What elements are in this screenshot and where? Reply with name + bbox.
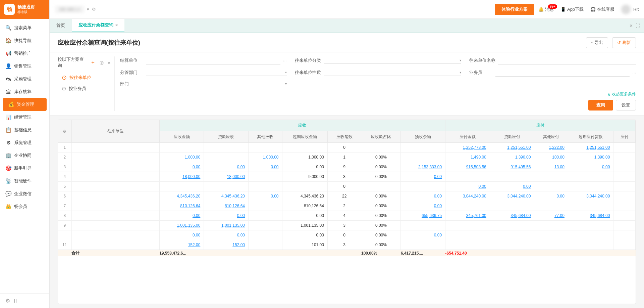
footer-ar-prepay[interactable]: 6,417,215.... [401,250,445,256]
table-cell[interactable]: 0.00 [490,182,534,191]
table-cell[interactable]: 810,126.64 [159,201,204,211]
unit-name-input[interactable] [498,56,636,64]
sidebar-item-hardware[interactable]: 📡 智能硬件 [0,175,49,187]
user-menu[interactable]: Rit [621,5,639,14]
filter-option-by-unit[interactable]: ⊙ 按往来单位 [62,73,110,83]
tab-ar-query[interactable]: 应收应付余额查询 × [72,19,124,32]
sidebar-item-operation[interactable]: 📊 经营管理 [0,111,49,124]
table-cell[interactable]: 1,252,773.00 [445,143,490,152]
solution-button[interactable]: 体验行业方案 [495,4,534,15]
settings-button[interactable]: 设置 [616,100,636,111]
tab-close-icon[interactable]: × [115,23,118,28]
sidebar-item-member[interactable]: 👑 畅会员 [0,200,49,213]
unit-nature-select[interactable]: ▾ [324,69,462,76]
sidebar-item-purchase[interactable]: 🛍 采购管理 [0,73,49,85]
filter-scheme-icon[interactable]: ◎ [100,60,104,65]
table-cell[interactable]: 13.00 [534,162,568,172]
message-button[interactable]: 🔔 消息 99+ [538,6,554,12]
filter-option-by-salesman[interactable]: ⊙ 按业务员 [62,84,110,93]
sidebar-item-warehouse[interactable]: 🏛 库存核算 [0,85,49,98]
sidebar-item-guide[interactable]: 🎯 新手引导 [0,162,49,175]
table-cell[interactable]: 0.00 [534,191,568,201]
table-cell[interactable]: 0.00 [159,162,204,172]
table-cell[interactable]: 1,000.00 [249,152,282,162]
table-cell[interactable]: 1,251,551.00 [490,143,534,152]
table-cell[interactable]: 1,001,135.00 [204,221,249,230]
table-container[interactable]: ⚙ 往来单位 应收 应付 应收金额 贷款应收 其他应收 超期应收金额 应收笔数 [58,120,636,304]
table-cell[interactable]: 810,126.64 [204,201,249,211]
table-settings-icon[interactable]: ⚙ [61,129,68,134]
table-cell[interactable]: 4,345,436.20 [159,191,204,201]
sidebar-item-finance[interactable]: 💰 资金管理 [3,98,47,111]
refresh-button[interactable]: ↺ 刷新 [612,37,636,48]
table-cell[interactable]: 0.00 [401,172,445,182]
table-cell[interactable]: 0.00 [401,230,445,240]
table-cell[interactable]: 0.00 [204,230,249,240]
table-cell[interactable]: 1,001,135.00 [159,221,204,230]
department-select[interactable]: ▾ [146,81,287,87]
table-cell[interactable]: 1,390.00 [490,152,534,162]
sidebar-item-basic[interactable]: 📋 基础信息 [0,124,49,136]
table-cell[interactable]: 0.00 [401,191,445,201]
table-cell[interactable]: 100.00 [534,152,568,162]
table-cell[interactable]: 18,000.00 [159,172,204,182]
collapse-sidebar-icon[interactable]: ⏸ [13,298,18,304]
table-cell[interactable]: 1,490.00 [445,152,490,162]
sidebar-item-shortcut[interactable]: 🏠 快捷导航 [0,34,49,47]
tab-home[interactable]: 首页 [50,19,72,32]
table-cell[interactable]: 152.00 [204,240,249,250]
table-cell[interactable]: 0.00 [159,230,204,240]
table-cell[interactable]: 3,044,240.00 [490,191,534,201]
settlement-unit-input[interactable] [146,56,280,64]
table-cell[interactable]: 345,684.00 [490,211,534,221]
salesman-dots[interactable]: ··· [632,70,636,75]
filter-collapse-icon[interactable]: « [108,60,110,65]
table-cell[interactable]: 0.00 [249,162,282,172]
table-cell[interactable]: 18,000.00 [204,172,249,182]
dept-select[interactable]: ▾ [146,69,287,76]
table-cell[interactable]: 655,636.75 [401,211,445,221]
maximize-window-icon[interactable]: ⛶ [636,23,640,28]
salesman-input[interactable] [495,69,630,77]
table-cell[interactable]: 915,508.56 [445,162,490,172]
table-cell[interactable]: 345,684.00 [568,211,613,221]
settings-bottom-icon[interactable]: ⚙ [5,298,10,304]
app-download-button[interactable]: 📱 App下载 [560,6,584,12]
sidebar-item-wechat[interactable]: 💬 企业微信 [0,187,49,200]
footer-ar-amount[interactable]: 19,553,472.6... [159,250,204,256]
sidebar-item-sales[interactable]: 👤 销售管理 [0,60,49,73]
table-cell[interactable]: 0.00 [445,182,490,191]
table-cell[interactable]: 0.00 [204,211,249,221]
table-cell[interactable]: 915,495.56 [490,162,534,172]
sidebar-item-marketing[interactable]: 📢 营销推广 [0,47,49,60]
table-cell[interactable]: 3,044,240.00 [445,191,490,201]
table-cell[interactable]: 4,345,436.20 [204,191,249,201]
table-cell[interactable]: 0.00 [401,201,445,211]
table-cell[interactable]: 2,153,333.00 [401,162,445,172]
unit-category-select[interactable]: ▾ [324,57,462,64]
table-cell[interactable]: 1,390.00 [568,152,613,162]
table-cell[interactable]: 3,044,240.00 [568,191,613,201]
settings-topbar-icon[interactable]: ⚙ [92,7,96,12]
export-button[interactable]: ↑ 导出 [586,37,608,48]
sidebar-item-search[interactable]: 🔍 搜索菜单 [0,21,49,34]
settlement-unit-dots[interactable]: ··· [283,58,287,63]
sidebar-item-corp[interactable]: 🏢 企业协同 [0,149,49,162]
close-window-icon[interactable]: ✕ [629,23,633,28]
table-cell[interactable]: 345,761.00 [445,211,490,221]
sidebar-item-system[interactable]: ⚙ 系统管理 [0,136,49,149]
table-cell[interactable]: 0.00 [249,191,282,201]
service-button[interactable]: 🎧 在线客服 [590,6,614,12]
table-cell[interactable]: 0.00 [568,162,613,172]
footer-ar-overdue [282,250,327,256]
table-cell[interactable]: 1,000.00 [159,152,204,162]
collapse-conditions-button[interactable]: ∧ 收起更多条件 [607,91,636,97]
table-cell[interactable]: 0.00 [204,162,249,172]
table-cell[interactable]: 152.00 [159,240,204,250]
table-cell[interactable]: 1,251,551.00 [568,143,613,152]
filter-add-button[interactable]: ＋ [90,59,96,66]
table-cell[interactable]: 0.00 [159,211,204,221]
table-cell[interactable]: 77.00 [534,211,568,221]
table-cell[interactable]: 1,222.00 [534,143,568,152]
query-button[interactable]: 查询 [588,100,613,111]
